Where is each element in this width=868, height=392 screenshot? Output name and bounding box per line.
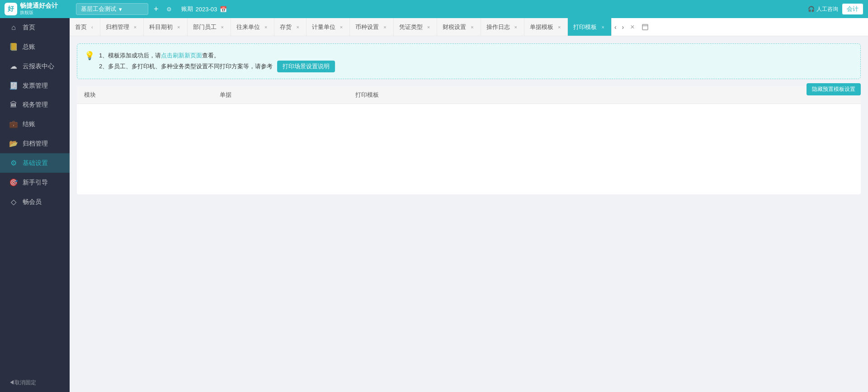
sidebar-item-guide[interactable]: 🎯 新手引导 — [0, 173, 70, 192]
tab-print-tpl[interactable]: 打印模板 × — [568, 18, 611, 36]
tab-partner-label: 往来单位 — [236, 23, 260, 31]
table-container: 模块 单据 打印模板 — [77, 86, 861, 194]
tab-currency[interactable]: 币种设置 × — [350, 18, 393, 36]
tab-dept-staff[interactable]: 部门员工 × — [188, 18, 231, 36]
sidebar-label-basic: 基础设置 — [23, 159, 48, 167]
info-box: 💡 1、模板添加成功后，请点击刷新新页面查看。 2、多员工、多打印机、多种业务类… — [77, 43, 861, 79]
member-icon: ◇ — [9, 198, 18, 206]
info-line1-suffix: 查看。 — [202, 52, 220, 59]
sidebar-item-settle[interactable]: 💼 结账 — [0, 114, 70, 134]
invoice-icon: 🧾 — [9, 81, 18, 90]
sidebar-item-ledger[interactable]: 📒 总账 — [0, 37, 70, 57]
archive-icon: 📂 — [9, 139, 18, 148]
tab-inventory-label: 存货 — [280, 23, 292, 31]
tab-close-all-btn[interactable]: × — [627, 18, 638, 36]
print-scene-btn[interactable]: 打印场景设置说明 — [277, 61, 335, 72]
info-line2-prefix: 2、多员工、多打印机、多种业务类型设置不同打印方案等，请参考 — [99, 63, 273, 70]
headset-icon: 🎧 — [808, 6, 815, 12]
tax-icon: 🏛 — [9, 101, 18, 109]
tab-currency-label: 币种设置 — [355, 23, 379, 31]
info-text: 1、模板添加成功后，请点击刷新新页面查看。 2、多员工、多打印机、多种业务类型设… — [99, 50, 853, 72]
guide-icon: 🎯 — [9, 178, 18, 187]
top-bar: 好 畅捷通好会计 旗舰版 基层工会测试 ▾ + ⚙ 账期 2023-03 📅 🎧… — [0, 0, 868, 18]
tab-single-form-close[interactable]: × — [557, 24, 562, 30]
add-tab-btn[interactable]: + — [152, 5, 160, 14]
tab-op-log-close[interactable]: × — [513, 24, 519, 30]
sidebar-item-basic[interactable]: ⚙ 基础设置 — [0, 153, 70, 173]
sidebar-item-member[interactable]: ◇ 畅会员 — [0, 192, 70, 212]
sidebar-item-home[interactable]: ⌂ 首页 — [0, 18, 70, 37]
tab-op-log[interactable]: 操作日志 × — [481, 18, 524, 36]
calendar-icon[interactable]: 📅 — [220, 6, 227, 13]
tab-home-prev[interactable]: ‹ — [90, 24, 94, 30]
tab-unit[interactable]: 计量单位 × — [307, 18, 350, 36]
sidebar-label-guide: 新手引导 — [23, 179, 48, 187]
sidebar-item-archive[interactable]: 📂 归档管理 — [0, 134, 70, 153]
period-value: 2023-03 — [196, 6, 217, 13]
tab-single-form[interactable]: 单据模板 × — [524, 18, 568, 36]
settings-icon[interactable]: ⚙ — [164, 4, 174, 14]
tab-home-label: 首页 — [75, 23, 87, 31]
tab-print-tpl-close[interactable]: × — [600, 24, 605, 30]
tab-tax-setting-close[interactable]: × — [469, 24, 475, 30]
logo-text: 畅捷通好会计 — [20, 2, 58, 9]
tab-single-form-label: 单据模板 — [530, 23, 553, 31]
tab-next-btn[interactable]: › — [619, 18, 627, 36]
tab-currency-close[interactable]: × — [382, 24, 387, 30]
sidebar-label-report: 云报表中心 — [23, 62, 54, 71]
tab-subject-period[interactable]: 科目期初 × — [144, 18, 187, 36]
tab-prev-btn[interactable]: ‹ — [612, 18, 619, 36]
tab-tax-setting[interactable]: 财税设置 × — [437, 18, 481, 36]
main-layout: ⌂ 首页 📒 总账 ☁ 云报表中心 🧾 发票管理 🏛 税务管理 💼 结账 📂 归… — [0, 18, 868, 392]
tab-voucher-type-close[interactable]: × — [426, 24, 431, 30]
tab-archive-mgmt[interactable]: 归档管理 × — [100, 18, 144, 36]
col-print-tpl: 打印模板 — [348, 91, 861, 99]
tab-unit-label: 计量单位 — [312, 23, 335, 31]
tab-home[interactable]: 首页 ‹ — [70, 18, 100, 36]
sidebar-item-invoice[interactable]: 🧾 发票管理 — [0, 76, 70, 95]
hide-preview-btn[interactable]: 隐藏预置模板设置 — [807, 83, 861, 95]
tab-archive-mgmt-close[interactable]: × — [132, 24, 138, 30]
company-selector[interactable]: 基层工会测试 ▾ — [76, 3, 148, 15]
sidebar: ⌂ 首页 📒 总账 ☁ 云报表中心 🧾 发票管理 🏛 税务管理 💼 结账 📂 归… — [0, 18, 70, 392]
tab-subject-period-close[interactable]: × — [176, 24, 181, 30]
sidebar-label-ledger: 总账 — [23, 43, 35, 51]
sidebar-label-invoice: 发票管理 — [23, 82, 48, 90]
bulb-icon: 💡 — [85, 51, 94, 61]
period-label: 账期 — [181, 5, 193, 13]
sidebar-item-tax[interactable]: 🏛 税务管理 — [0, 95, 70, 114]
table-body — [77, 104, 861, 194]
tab-op-log-label: 操作日志 — [486, 23, 510, 31]
home-icon: ⌂ — [9, 24, 18, 32]
service-label: 人工咨询 — [816, 5, 838, 13]
tab-voucher-type-label: 凭证类型 — [399, 23, 423, 31]
tab-partner-close[interactable]: × — [263, 24, 269, 30]
tab-voucher-type[interactable]: 凭证类型 × — [394, 18, 437, 36]
tab-dept-staff-close[interactable]: × — [220, 24, 225, 30]
refresh-link[interactable]: 点击刷新新页面 — [161, 52, 202, 59]
report-icon: ☁ — [9, 62, 18, 71]
tab-dept-staff-label: 部门员工 — [193, 23, 217, 31]
unpin-label: ◀取消固定 — [9, 379, 36, 387]
tab-bar: 首页 ‹ 归档管理 × 科目期初 × 部门员工 × 往来单位 × 存货 × — [70, 18, 868, 36]
sidebar-label-archive: 归档管理 — [23, 140, 48, 148]
tab-inventory-close[interactable]: × — [295, 24, 300, 30]
sidebar-label-home: 首页 — [23, 24, 35, 32]
svg-rect-0 — [642, 24, 648, 30]
company-name: 基层工会测试 — [81, 5, 116, 13]
sidebar-item-report[interactable]: ☁ 云报表中心 — [0, 57, 70, 76]
tab-tax-setting-label: 财税设置 — [443, 23, 466, 31]
tab-maximize-btn[interactable] — [638, 18, 652, 36]
acct-btn[interactable]: 会计 — [842, 3, 863, 15]
tab-inventory[interactable]: 存货 × — [274, 18, 306, 36]
logo-sub: 旗舰版 — [20, 9, 58, 16]
service-btn[interactable]: 🎧 人工咨询 — [808, 5, 838, 13]
unpin-btn[interactable]: ◀取消固定 — [0, 373, 70, 392]
info-line-2: 2、多员工、多打印机、多种业务类型设置不同打印方案等，请参考 打印场景设置说明 — [99, 61, 853, 72]
basic-icon: ⚙ — [9, 159, 18, 167]
dropdown-arrow: ▾ — [119, 6, 122, 13]
tab-unit-close[interactable]: × — [339, 24, 344, 30]
tab-subject-period-label: 科目期初 — [149, 23, 173, 31]
tab-partner[interactable]: 往来单位 × — [231, 18, 274, 36]
sidebar-label-settle: 结账 — [23, 120, 35, 128]
